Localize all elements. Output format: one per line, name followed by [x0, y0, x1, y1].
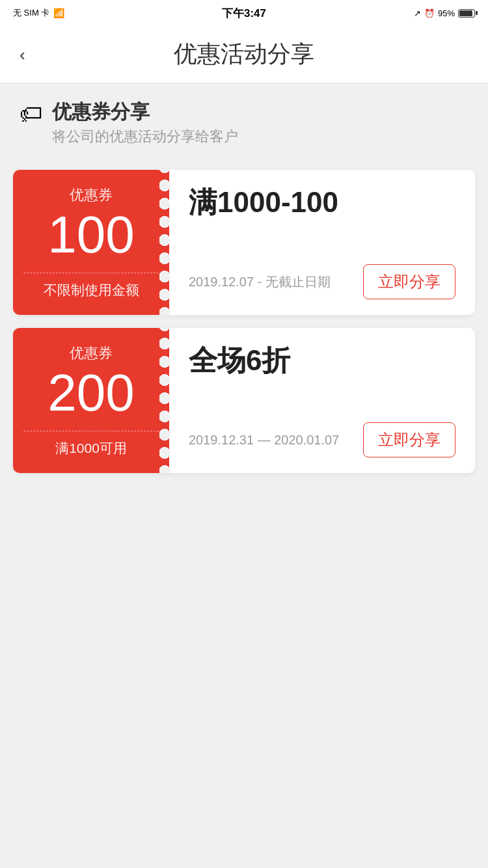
wifi-icon: 📶 — [53, 8, 64, 18]
coupon-type-2: 优惠券 — [70, 344, 113, 363]
status-left: 无 SIM 卡 📶 — [13, 7, 64, 19]
coupon-left-1: 优惠券 100 不限制使用金额 — [13, 170, 169, 315]
back-button[interactable]: ‹ — [13, 38, 32, 71]
status-bar: 无 SIM 卡 📶 下午3:47 ↗ ⏰ 95% — [0, 0, 488, 26]
coupon-bottom-2: 2019.12.31 — 2020.01.07 立即分享 — [189, 422, 455, 457]
battery-fill — [459, 10, 472, 16]
battery-icon — [458, 9, 475, 18]
nav-title: 优惠活动分享 — [174, 38, 314, 70]
coupon-name-2: 全场6折 — [189, 344, 455, 378]
carrier-label: 无 SIM 卡 — [13, 7, 49, 19]
coupon-condition-2: 满1000可用 — [55, 439, 127, 457]
share-button-2[interactable]: 立即分享 — [363, 422, 455, 457]
coupon-type-1: 优惠券 — [70, 185, 113, 205]
location-icon: ↗ — [414, 8, 421, 18]
coupon-card-2: 优惠券 200 满1000可用 全场6折 2019.12.31 — 2020.0… — [13, 328, 475, 473]
empty-area — [0, 499, 488, 868]
section-header: 🏷 优惠券分享 将公司的优惠活动分享给客户 — [0, 83, 488, 157]
coupon-divider-1 — [23, 273, 159, 273]
coupon-name-1: 满1000-100 — [189, 185, 455, 220]
coupon-card-1: 优惠券 100 不限制使用金额 满1000-100 2019.12.07 - 无… — [13, 170, 475, 315]
status-right: ↗ ⏰ 95% — [414, 8, 475, 18]
section-title: 优惠券分享 — [52, 99, 238, 124]
coupon-bottom-1: 2019.12.07 - 无截止日期 立即分享 — [189, 264, 455, 299]
section-subtitle: 将公司的优惠活动分享给客户 — [52, 127, 238, 146]
coupon-date-1: 2019.12.07 - 无截止日期 — [189, 273, 357, 291]
coupon-value-1: 100 — [47, 209, 134, 261]
battery-percent: 95% — [438, 8, 455, 18]
coupon-date-2: 2019.12.31 — 2020.01.07 — [189, 431, 357, 449]
coupon-share-icon: 🏷 — [20, 100, 43, 128]
coupon-condition-1: 不限制使用金额 — [44, 281, 139, 299]
status-time: 下午3:47 — [222, 6, 266, 21]
share-button-1[interactable]: 立即分享 — [363, 264, 455, 299]
coupon-value-2: 200 — [47, 367, 134, 419]
coupon-divider-2 — [23, 431, 159, 431]
nav-bar: ‹ 优惠活动分享 — [0, 26, 488, 83]
coupon-left-2: 优惠券 200 满1000可用 — [13, 328, 169, 473]
section-text: 优惠券分享 将公司的优惠活动分享给客户 — [52, 99, 238, 146]
alarm-icon: ⏰ — [424, 8, 435, 18]
coupon-list: 优惠券 100 不限制使用金额 满1000-100 2019.12.07 - 无… — [0, 170, 488, 499]
coupon-right-1: 满1000-100 2019.12.07 - 无截止日期 立即分享 — [169, 170, 475, 315]
coupon-right-2: 全场6折 2019.12.31 — 2020.01.07 立即分享 — [169, 328, 475, 473]
